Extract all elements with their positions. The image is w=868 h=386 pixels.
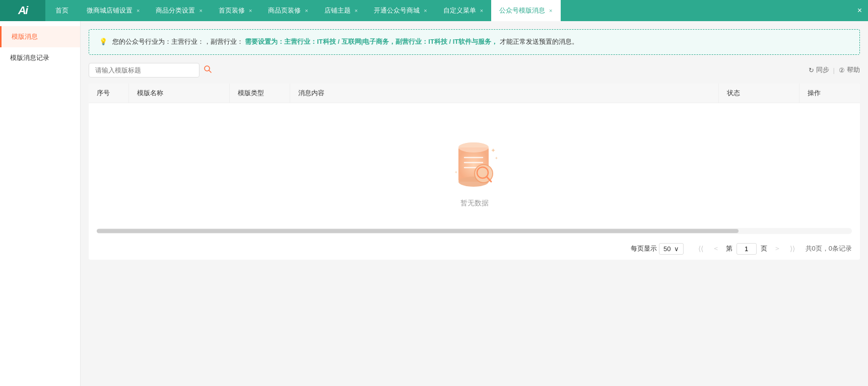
search-button[interactable] [204, 65, 212, 75]
info-text-highlight: 需要设置为：主营行业：IT科技 / 互联网|电子商务，副营行业：IT科技 / I… [245, 38, 498, 45]
first-page-button[interactable]: ⟨⟨ [696, 244, 706, 254]
search-right: ↻ 同步 | ② 帮助 [809, 65, 860, 74]
page-prefix: 第 [726, 244, 732, 253]
close-all-tabs-button[interactable]: × [851, 6, 868, 15]
tab-home-decor[interactable]: 首页装修 × [211, 0, 260, 21]
empty-illustration: ✦ ✦ ✦ [444, 133, 505, 199]
prev-page-button[interactable]: ＜ [710, 243, 722, 254]
bulb-icon: 💡 [99, 38, 107, 45]
sidebar-item-template-msg[interactable]: 模版消息 [0, 26, 80, 47]
col-status: 状态 [719, 84, 799, 103]
divider: | [833, 66, 835, 74]
tab-close-icon[interactable]: × [424, 8, 427, 14]
tab-close-icon[interactable]: × [137, 8, 140, 14]
info-banner: 💡 您的公众号行业为：主营行业：，副营行业： 需要设置为：主营行业：IT科技 /… [89, 29, 860, 55]
col-action: 操作 [799, 84, 860, 103]
main-layout: 模版消息 模版消息记录 💡 您的公众号行业为：主营行业：，副营行业： 需要设置为… [0, 21, 868, 386]
top-nav: Ai 首页 微商城店铺设置 × 商品分类设置 × 首页装修 × 商品页装修 × … [0, 0, 868, 21]
search-left [89, 63, 212, 78]
col-name: 模版名称 [129, 84, 230, 103]
logo: Ai [0, 0, 45, 21]
help-label: 帮助 [847, 65, 860, 74]
tab-open-mall[interactable]: 开通公众号商城 × [366, 0, 435, 21]
page-size-label: 每页显示 [631, 244, 657, 253]
info-text-prefix: 您的公众号行业为：主营行业：，副营行业： [112, 38, 243, 45]
tab-store-theme[interactable]: 店铺主题 × [316, 0, 366, 21]
svg-text:✦: ✦ [491, 147, 496, 154]
content-area: 💡 您的公众号行业为：主营行业：，副营行业： 需要设置为：主营行业：IT科技 /… [81, 21, 868, 386]
sync-icon: ↻ [809, 66, 814, 74]
tab-store-settings[interactable]: 微商城店铺设置 × [79, 0, 148, 21]
page-size-selector: 每页显示 50 ∨ [631, 243, 683, 255]
sidebar: 模版消息 模版消息记录 [0, 21, 81, 386]
sidebar-item-template-msg-record[interactable]: 模版消息记录 [0, 47, 80, 68]
sync-button[interactable]: ↻ 同步 [809, 65, 829, 74]
table-container: 序号 模版名称 模版类型 消息内容 状态 操作 [89, 84, 860, 260]
last-page-button[interactable]: ⟩⟩ [787, 244, 797, 254]
svg-point-5 [458, 142, 489, 152]
nav-tabs: 首页 微商城店铺设置 × 商品分类设置 × 首页装修 × 商品页装修 × 店铺主… [45, 0, 851, 21]
table-header: 序号 模版名称 模版类型 消息内容 状态 操作 [89, 84, 860, 103]
sync-label: 同步 [816, 65, 829, 74]
tab-product-decor[interactable]: 商品页装修 × [260, 0, 316, 21]
search-bar: ↻ 同步 | ② 帮助 [89, 63, 860, 78]
tab-home[interactable]: 首页 [45, 0, 79, 21]
col-index: 序号 [89, 84, 129, 103]
page-size-value: 50 [663, 245, 671, 253]
next-page-button[interactable]: ＞ [771, 243, 783, 254]
empty-text: 暂无数据 [460, 199, 489, 208]
help-icon: ② [839, 66, 845, 74]
col-content: 消息内容 [290, 84, 719, 103]
tab-category-settings[interactable]: 商品分类设置 × [148, 0, 210, 21]
svg-text:✦: ✦ [495, 156, 498, 161]
tab-close-icon[interactable]: × [249, 8, 252, 14]
tab-close-icon[interactable]: × [305, 8, 308, 14]
svg-line-1 [209, 70, 211, 72]
dropdown-icon: ∨ [674, 245, 679, 253]
current-page-input[interactable] [737, 243, 757, 255]
pagination: 每页显示 50 ∨ ⟨⟨ ＜ 第 页 ＞ ⟩⟩ 共0页，0条记录 [89, 238, 860, 260]
tab-close-icon[interactable]: × [355, 8, 358, 14]
info-text-suffix: 才能正常发送预置的消息。 [500, 38, 578, 45]
tab-close-icon[interactable]: × [549, 8, 552, 14]
empty-state: ✦ ✦ ✦ 暂无数据 [89, 103, 860, 228]
tab-close-icon[interactable]: × [199, 8, 202, 14]
help-button[interactable]: ② 帮助 [839, 65, 860, 74]
tab-template-msg[interactable]: 公众号模版消息 × [491, 0, 560, 21]
page-summary: 共0页，0条记录 [806, 244, 852, 253]
page-size-select-box[interactable]: 50 ∨ [659, 243, 683, 255]
search-icon [204, 65, 212, 73]
svg-text:✦: ✦ [454, 170, 458, 175]
col-type: 模版类型 [230, 84, 290, 103]
tab-close-icon[interactable]: × [480, 8, 483, 14]
page-suffix: 页 [761, 244, 767, 253]
tab-custom-menu[interactable]: 自定义菜单 × [435, 0, 491, 21]
horizontal-scrollbar[interactable] [97, 228, 852, 234]
scrollbar-thumb [97, 229, 739, 233]
search-input[interactable] [89, 63, 199, 78]
